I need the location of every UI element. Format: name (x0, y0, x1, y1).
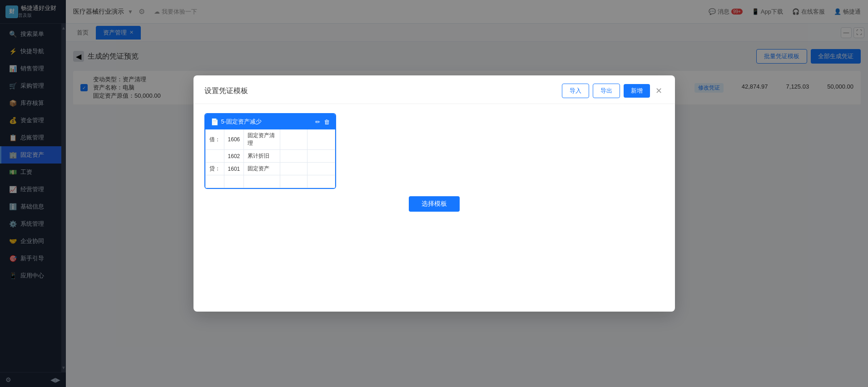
modal-title: 设置凭证模板 (204, 86, 248, 96)
select-btn-wrapper: 选择模板 (204, 196, 664, 212)
modal-close-icon[interactable]: ✕ (654, 84, 664, 98)
select-template-btn[interactable]: 选择模板 (409, 196, 460, 212)
template-entry-row: 贷： 1601 固定资产 (205, 163, 335, 175)
entry-credit (308, 129, 335, 150)
entry-credit (308, 150, 335, 163)
entry-side (205, 150, 224, 163)
template-card: 📄 5-固定资产减少 ✏ 🗑 借： 1606 固定资产清理 1602 累计折旧 (204, 113, 336, 189)
template-entry-row: 1602 累计折旧 (205, 150, 335, 163)
modal-header-actions: 导入 导出 新增 ✕ (562, 84, 664, 98)
template-name: 5-固定资产减少 (221, 118, 262, 126)
template-empty-row (205, 175, 335, 188)
template-table: 借： 1606 固定资产清理 1602 累计折旧 贷： 1601 固定资产 (205, 129, 335, 188)
template-entry-row: 借： 1606 固定资产清理 (205, 129, 335, 150)
modal-overlay[interactable]: 设置凭证模板 导入 导出 新增 ✕ 📄 5-固定资产减少 ✏ 🗑 (0, 0, 868, 387)
entry-credit (308, 163, 335, 175)
entry-name: 累计折旧 (244, 150, 280, 163)
entry-code: 1601 (224, 163, 244, 175)
import-btn[interactable]: 导入 (562, 84, 589, 98)
document-icon: 📄 (211, 118, 218, 125)
export-btn[interactable]: 导出 (593, 84, 620, 98)
entry-name: 固定资产清理 (244, 129, 280, 150)
entry-code: 1606 (224, 129, 244, 150)
entry-code: 1602 (224, 150, 244, 163)
modal-header: 设置凭证模板 导入 导出 新增 ✕ (193, 75, 675, 104)
entry-name: 固定资产 (244, 163, 280, 175)
template-card-actions: ✏ 🗑 (315, 119, 330, 125)
entry-side: 贷： (205, 163, 224, 175)
template-card-title-area: 📄 5-固定资产减少 (211, 118, 262, 126)
entry-side: 借： (205, 129, 224, 150)
template-body: 借： 1606 固定资产清理 1602 累计折旧 贷： 1601 固定资产 (205, 129, 335, 188)
edit-icon[interactable]: ✏ (315, 119, 320, 125)
template-card-header: 📄 5-固定资产减少 ✏ 🗑 (205, 114, 335, 129)
entry-debit (280, 150, 308, 163)
modal-dialog: 设置凭证模板 导入 导出 新增 ✕ 📄 5-固定资产减少 ✏ 🗑 (193, 75, 675, 312)
modal-body: 📄 5-固定资产减少 ✏ 🗑 借： 1606 固定资产清理 1602 累计折旧 (193, 104, 675, 312)
delete-icon[interactable]: 🗑 (324, 119, 330, 125)
entry-debit (280, 163, 308, 175)
new-btn[interactable]: 新增 (624, 84, 650, 98)
entry-debit (280, 129, 308, 150)
